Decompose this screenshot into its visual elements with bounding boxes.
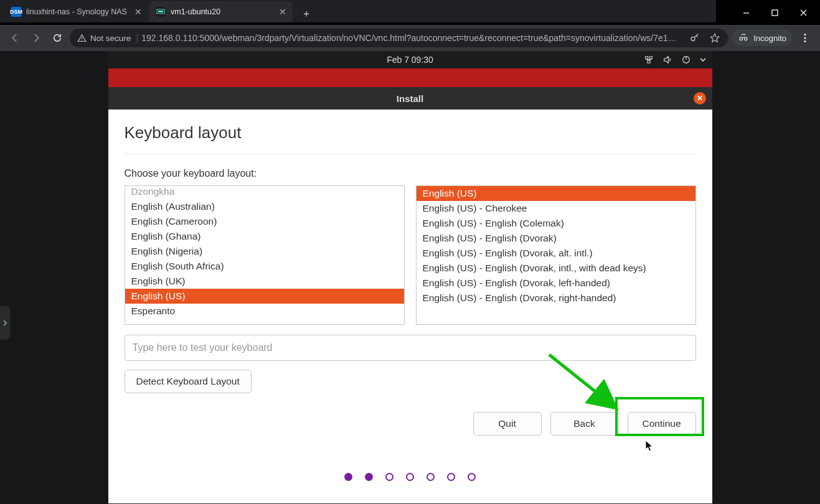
continue-button[interactable]: Continue [628, 412, 696, 436]
favicon-synology: DSM [11, 7, 21, 17]
maximize-button[interactable] [760, 2, 789, 22]
not-secure-label: Not secure [90, 34, 131, 43]
svg-point-9 [804, 34, 806, 35]
close-button[interactable] [789, 2, 818, 22]
svg-point-11 [804, 40, 806, 42]
progress-dot [365, 473, 373, 481]
minimize-button[interactable] [732, 2, 760, 22]
progress-dots [125, 436, 696, 493]
svg-rect-3 [772, 10, 778, 16]
chevron-down-icon[interactable] [700, 57, 706, 63]
quit-button[interactable]: Quit [473, 412, 542, 436]
close-icon[interactable]: ✕ [279, 7, 286, 17]
accent-strip [108, 68, 712, 87]
tab-title: linuxhint-nas - Synology NAS [26, 7, 127, 16]
incognito-label: Incognito [753, 34, 786, 43]
list-item[interactable]: English (Australian) [125, 199, 404, 214]
cursor-icon [645, 440, 654, 452]
tab-synology[interactable]: DSM linuxhint-nas - Synology NAS ✕ [5, 1, 148, 22]
dialog-titlebar: Install ✕ [108, 87, 712, 110]
install-body: Keyboard layout Choose your keyboard lay… [108, 110, 712, 503]
volume-icon[interactable] [662, 55, 672, 65]
security-indicator[interactable]: Not secure [77, 34, 138, 43]
list-item[interactable]: English (US) - English (Dvorak) [417, 231, 695, 246]
list-item[interactable]: English (US) [125, 289, 404, 304]
vnc-panel-handle[interactable] [0, 306, 10, 340]
svg-rect-1 [158, 11, 163, 12]
progress-dot [344, 473, 352, 481]
svg-point-8 [691, 37, 695, 41]
address-bar[interactable]: Not secure 192.168.0.110:5000/webman/3rd… [70, 29, 728, 47]
close-dialog-button[interactable]: ✕ [694, 92, 706, 105]
page-title: Keyboard layout [125, 123, 696, 142]
favicon-vnc [156, 7, 166, 17]
list-item[interactable]: English (UK) [125, 274, 404, 289]
progress-dot [447, 473, 455, 481]
list-item[interactable]: English (US) - English (Dvorak, right-ha… [417, 291, 695, 306]
list-item[interactable]: Dzongkha [125, 186, 404, 199]
list-item[interactable]: English (US) - English (Dvorak, alt. int… [417, 246, 695, 261]
list-item[interactable]: English (US) - English (Dvorak, left-han… [417, 276, 695, 291]
star-icon[interactable] [709, 32, 720, 44]
svg-point-7 [82, 40, 82, 40]
tab-strip: DSM linuxhint-nas - Synology NAS ✕ vm1-u… [0, 0, 716, 22]
new-tab-button[interactable]: ＋ [298, 5, 315, 22]
back-button[interactable] [6, 29, 24, 47]
tab-vm1-ubuntu20[interactable]: vm1-ubuntu20 ✕ [149, 1, 293, 22]
divider [125, 154, 696, 154]
forward-button[interactable] [27, 29, 45, 47]
toolbar: Not secure 192.168.0.110:5000/webman/3rd… [0, 25, 820, 51]
keyboard-language-list[interactable]: DzongkhaEnglish (Australian)English (Cam… [125, 185, 405, 325]
list-item[interactable]: English (US) [417, 186, 695, 201]
subhead: Choose your keyboard layout: [125, 168, 696, 179]
progress-dot [468, 473, 476, 481]
close-icon[interactable]: ✕ [134, 7, 142, 17]
ubuntu-desktop: Feb 7 09:30 Install ✕ Keyboard layout Ch… [108, 51, 712, 504]
list-item[interactable]: English (US) - English (Dvorak, intl., w… [417, 261, 695, 276]
svg-point-10 [804, 37, 806, 39]
keyboard-test-input[interactable] [125, 335, 696, 361]
progress-dot [385, 473, 394, 481]
back-button[interactable]: Back [550, 412, 619, 436]
list-item[interactable]: English (US) - Cherokee [417, 201, 695, 216]
list-item[interactable]: English (Nigeria) [125, 244, 404, 259]
url-text: 192.168.0.110:5000/webman/3rdparty/Virtu… [141, 33, 676, 43]
key-icon[interactable] [689, 32, 700, 44]
dialog-title: Install [397, 93, 423, 104]
list-item[interactable]: English (Cameroon) [125, 214, 404, 229]
detect-keyboard-button[interactable]: Detect Keyboard Layout [125, 370, 252, 393]
progress-dot [406, 473, 414, 481]
list-item[interactable]: English (US) - English (Colemak) [417, 216, 695, 231]
list-item[interactable]: English (Ghana) [125, 229, 404, 244]
incognito-icon [738, 32, 749, 44]
keyboard-variant-list[interactable]: English (US)English (US) - CherokeeEngli… [416, 185, 696, 325]
ubuntu-topbar: Feb 7 09:30 [108, 51, 712, 68]
list-item[interactable]: English (South Africa) [125, 259, 404, 274]
list-item[interactable]: Esperanto [125, 304, 404, 319]
network-icon[interactable] [644, 55, 654, 65]
vnc-viewport: Feb 7 09:30 Install ✕ Keyboard layout Ch… [0, 51, 820, 504]
clock[interactable]: Feb 7 09:30 [387, 55, 433, 65]
tab-title: vm1-ubuntu20 [171, 7, 220, 16]
power-icon[interactable] [681, 55, 691, 65]
progress-dot [426, 473, 435, 481]
reload-button[interactable] [49, 29, 66, 47]
warning-icon [77, 34, 87, 43]
menu-button[interactable] [796, 29, 814, 47]
incognito-badge[interactable]: Incognito [732, 30, 793, 46]
